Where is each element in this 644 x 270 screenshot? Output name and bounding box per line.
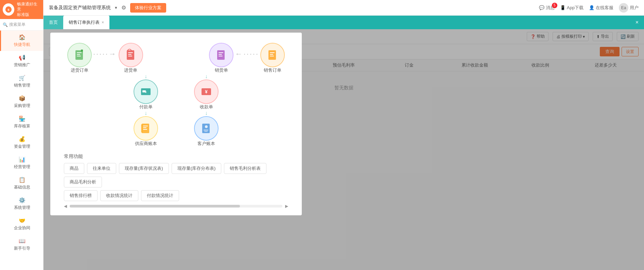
func-btn-product[interactable]: 商品	[64, 163, 84, 174]
common-functions: 常用功能 商品 往来单位 现存量(库存状况表) 现存量(库存分布表) 销售毛利分…	[50, 154, 302, 201]
flow-col-sales-order: 销售订单	[260, 43, 285, 73]
sales-order-node[interactable]	[260, 43, 285, 67]
svg-rect-6	[127, 50, 134, 60]
svg-rect-9	[128, 56, 132, 56]
tabbar-close-button[interactable]: ×	[633, 19, 641, 25]
tab-home[interactable]: 首页	[43, 16, 63, 29]
supplier-account-node[interactable]	[134, 116, 158, 141]
tab-sales-order-exec[interactable]: 销售订单执行表 ×	[63, 16, 109, 29]
message-icon: 💬	[539, 5, 544, 10]
scroll-bar[interactable]	[70, 205, 282, 208]
func-btn-sales-rank[interactable]: 销售排行榜	[64, 190, 98, 201]
func-btn-partners[interactable]: 往来单位	[87, 163, 116, 174]
receipt-slip-label: 收款单	[200, 104, 213, 110]
sidebar-icon-operations: 📊	[19, 156, 25, 163]
svg-rect-17	[270, 56, 274, 56]
svg-rect-15	[270, 52, 275, 53]
sidebar-icon-marketing: 📢	[19, 54, 25, 61]
sidebar-icon-base-info: 📋	[19, 177, 25, 183]
svg-rect-8	[128, 54, 132, 55]
sales-slip-node[interactable]	[209, 43, 233, 67]
svg-rect-23	[142, 124, 149, 133]
payment-slip-node[interactable]: ¥	[134, 79, 158, 104]
scroll-right-arrow[interactable]: ▶	[285, 204, 288, 209]
flow-col-sales-slip: 销货单	[209, 43, 233, 73]
page-content: ❓ 帮助 🖨 按模板打印 ▾ ⬆ 导出 🔄 刷新	[43, 29, 644, 270]
topbar: 装备及固定资产辅助管理系统 ▾ ⚙ 体验行业方案 💬 消息 5 📱 App下载 …	[43, 0, 644, 16]
quick-nav-panel: 进货订单 ·····→	[50, 33, 302, 215]
receipt-slip-icon: ¥	[200, 86, 212, 98]
sidebar-item-enterprise[interactable]: 🤝 企业协同	[0, 214, 43, 234]
func-btn-sales-margin-table[interactable]: 销售毛利分析表	[224, 163, 266, 174]
sidebar-icon-inventory: 🏪	[19, 115, 25, 122]
message-badge: 5	[552, 3, 557, 8]
sidebar-icon-quick-nav: 🏠	[19, 34, 25, 40]
customer-account-icon	[200, 122, 212, 134]
sidebar-icon-purchase: 📦	[19, 95, 25, 102]
sidebar-item-finance[interactable]: 💰 资金管理	[0, 132, 43, 153]
func-btn-stock-dist[interactable]: 现存量(库存分布表)	[172, 163, 222, 174]
supplier-account-icon	[140, 122, 152, 134]
svg-rect-12	[219, 54, 222, 55]
sidebar-item-guide[interactable]: 📖 新手引导	[0, 234, 43, 255]
sidebar-item-inventory[interactable]: 🏪 库存核算	[0, 112, 43, 132]
sidebar-logo: 6 畅康通好生意 标准版	[0, 0, 43, 19]
func-btn-payment-stats[interactable]: 付款情况统计	[141, 190, 179, 201]
app-download-btn[interactable]: 📱 App下载	[560, 5, 584, 11]
svg-text:¥: ¥	[205, 89, 208, 94]
purchase-order-label: 进货订单	[71, 67, 88, 73]
down-arrow-customer: ↓	[205, 110, 208, 116]
logo-icon: 6	[3, 3, 14, 16]
func-btn-product-margin[interactable]: 商品毛利分析	[64, 177, 102, 187]
sidebar-item-marketing[interactable]: 📢 营销推广	[0, 51, 43, 71]
logo-text: 畅康通好生意 标准版	[17, 2, 40, 18]
svg-rect-4	[77, 54, 80, 55]
sidebar-item-operations[interactable]: 📊 经营管理	[0, 153, 43, 173]
sidebar-item-sales[interactable]: 🛒 销售管理	[0, 71, 43, 92]
tabbar: 首页 销售订单执行表 × ×	[43, 16, 644, 29]
sidebar-item-system[interactable]: ⚙️ 系统管理	[0, 194, 43, 214]
scroll-left-arrow[interactable]: ◀	[64, 204, 67, 209]
svg-rect-16	[270, 54, 273, 55]
sidebar: 6 畅康通好生意 标准版 🔍 搜索菜单 🏠 快捷导航 📢 营销推广 🛒	[0, 0, 43, 270]
purchase-slip-node[interactable]	[119, 43, 143, 67]
settings-icon[interactable]: ⚙	[121, 4, 126, 11]
user-profile[interactable]: Ea 用户	[619, 3, 639, 13]
online-service-btn[interactable]: 👤 在线客服	[589, 5, 613, 11]
quick-nav-overlay[interactable]: 进货订单 ·····→	[43, 29, 644, 270]
svg-rect-3	[77, 52, 82, 53]
customer-account-label: 客户账本	[197, 141, 215, 147]
svg-rect-10	[217, 50, 225, 60]
common-functions-title: 常用功能	[64, 154, 288, 160]
svg-text:¥: ¥	[144, 90, 147, 94]
svg-rect-11	[219, 52, 223, 53]
tab-close-icon[interactable]: ×	[102, 20, 104, 25]
sidebar-search[interactable]: 🔍 搜索菜单	[0, 19, 43, 31]
main-area: 装备及固定资产辅助管理系统 ▾ ⚙ 体验行业方案 💬 消息 5 📱 App下载 …	[43, 0, 644, 270]
sidebar-icon-guide: 📖	[19, 238, 25, 244]
sidebar-item-quick-nav[interactable]: 🏠 快捷导航	[0, 31, 43, 51]
svg-rect-27	[141, 124, 142, 132]
function-buttons-row1: 商品 往来单位 现存量(库存状况表) 现存量(库存分布表) 销售毛利分析表 商品…	[64, 163, 288, 187]
payment-slip-icon: ¥	[140, 86, 152, 98]
svg-rect-14	[268, 50, 276, 60]
sidebar-item-base-info[interactable]: 📋 基础信息	[0, 173, 43, 194]
svg-rect-25	[143, 127, 146, 128]
func-btn-receipt-stats[interactable]: 收款情况统计	[100, 190, 138, 201]
svg-rect-24	[143, 126, 148, 126]
sidebar-icon-sales: 🛒	[19, 75, 25, 81]
func-btn-stock-status[interactable]: 现存量(库存状况表)	[119, 163, 169, 174]
purchase-order-node[interactable]	[67, 43, 92, 67]
down-arrow-supplier: ↓	[144, 110, 147, 116]
receipt-slip-node[interactable]: ¥	[194, 79, 219, 104]
customer-account-node[interactable]	[194, 116, 219, 141]
dropdown-arrow[interactable]: ▾	[115, 5, 117, 10]
purchase-slip-icon	[125, 49, 137, 61]
message-btn[interactable]: 💬 消息 5	[539, 5, 555, 11]
sales-slip-icon	[215, 49, 227, 61]
sidebar-item-purchase[interactable]: 📦 采购管理	[0, 92, 43, 112]
svg-rect-7	[128, 52, 133, 53]
svg-rect-5	[77, 56, 81, 56]
svg-text:6: 6	[8, 8, 10, 12]
experience-btn[interactable]: 体验行业方案	[130, 3, 166, 13]
